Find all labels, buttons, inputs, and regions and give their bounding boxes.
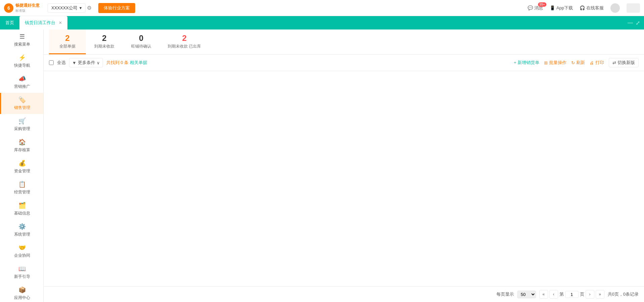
sidebar-item-app-center[interactable]: 📦 应用中心: [0, 283, 43, 302]
sidebar-item-marketing-label: 营销推广: [14, 84, 30, 89]
message-icon: 💬: [528, 5, 533, 10]
total-label: 共0页，0条记录: [608, 291, 639, 297]
sidebar-item-finance[interactable]: 💰 资金管理: [0, 156, 43, 177]
top-header: 6 畅捷通好生意 标准版 XXXXXX公司 ▾ ⚙ 体验行业方案 💬 消息 99…: [0, 0, 644, 16]
message-btn[interactable]: 💬 消息 99+: [528, 5, 543, 11]
sidebar-item-inventory[interactable]: 🏠 库存核算: [0, 135, 43, 156]
tab-bar: 首页 钱货日清工作台 ✕ — ⤢: [0, 16, 644, 29]
switch-icon: ⇄: [612, 60, 616, 65]
message-badge: 99+: [538, 2, 546, 7]
sidebar-item-guide[interactable]: 📖 新手引导: [0, 262, 43, 283]
new-sale-btn[interactable]: + 新增销货单: [514, 60, 539, 66]
logo-text: 畅捷通好生意 标准版: [15, 3, 40, 13]
switch-version-btn[interactable]: ⇄ 切换新版: [609, 58, 639, 67]
stat-wangpu-num: 0: [139, 34, 143, 43]
pagination-bar: 每页显示 50 100 200 « ‹ 第 页 › » 共0页，0条记录: [44, 286, 644, 302]
first-page-btn[interactable]: «: [539, 290, 548, 299]
more-filters-btn[interactable]: ▼ 更多条件 ∨: [69, 58, 103, 67]
sidebar-item-system-label: 系统管理: [14, 232, 30, 237]
batch-icon: ⊞: [544, 60, 548, 65]
select-all-label: 全选: [57, 60, 66, 66]
app-download-label: App下载: [556, 5, 573, 11]
tab-maximize-btn[interactable]: ⤢: [636, 20, 640, 26]
quick-nav-icon: ⚡: [18, 54, 26, 61]
online-service-label: 在线客服: [586, 5, 604, 11]
page-nav: « ‹ 第 页 › »: [539, 290, 604, 299]
sidebar-item-operations-label: 经营管理: [14, 189, 30, 195]
logo-icon: 6: [4, 3, 13, 13]
tab-home[interactable]: 首页: [0, 16, 19, 29]
stat-all-label: 全部单据: [59, 44, 75, 49]
sidebar-item-guide-label: 新手引导: [14, 274, 30, 280]
service-icon: 🎧: [580, 5, 585, 10]
last-page-btn[interactable]: »: [596, 290, 604, 299]
toolbar: 全选 ▼ 更多条件 ∨ 共找到 0 条 相关单据 + 新增销货单 ⊞ 批量操作: [44, 55, 644, 71]
sidebar-item-system[interactable]: ⚙️ 系统管理: [0, 220, 43, 241]
found-count: 共找到 0 条 相关单据: [106, 60, 147, 66]
sidebar-item-base-info[interactable]: 🗂️ 基础信息: [0, 198, 43, 220]
sidebar-item-marketing[interactable]: 📣 营销推广: [0, 72, 43, 93]
sidebar-item-quick-nav[interactable]: ⚡ 快捷导航: [0, 51, 43, 72]
stat-tab-all[interactable]: 2 全部单据: [49, 29, 86, 54]
page-label: 第: [559, 291, 564, 297]
stat-wangpu-label: 旺铺待确认: [131, 44, 151, 49]
guide-icon: 📖: [18, 265, 26, 273]
sidebar-item-quick-nav-label: 快捷导航: [14, 63, 30, 68]
next-page-btn[interactable]: ›: [586, 290, 594, 299]
stat-tab-wangpu[interactable]: 0 旺铺待确认: [123, 29, 160, 54]
company-selector[interactable]: XXXXXX公司 ▾: [48, 3, 86, 13]
purchase-icon: 🛒: [18, 117, 26, 125]
sidebar-item-app-center-label: 应用中心: [14, 295, 30, 301]
sales-icon: 🏷️: [18, 96, 26, 104]
refresh-btn[interactable]: ↻ 刷新: [571, 60, 585, 66]
tab-bar-right: — ⤢: [628, 20, 644, 26]
sidebar-item-search[interactable]: ☰ 搜索菜单: [0, 29, 43, 51]
stat-tab-shipped[interactable]: 2 到期未收款 已出库: [160, 29, 209, 54]
avatar[interactable]: [610, 3, 620, 13]
experience-btn[interactable]: 体验行业方案: [98, 3, 135, 13]
stat-shipped-num: 2: [182, 34, 186, 43]
page-input[interactable]: [565, 291, 579, 298]
sidebar-item-finance-label: 资金管理: [14, 168, 30, 174]
sidebar-item-purchase[interactable]: 🛒 采购管理: [0, 114, 43, 135]
toolbar-right: + 新增销货单 ⊞ 批量操作 ↻ 刷新 🖨 打印 ⇄ 切换新版: [514, 58, 639, 67]
sidebar-item-sales-label: 销售管理: [14, 105, 30, 111]
more-filters-label: 更多条件: [78, 60, 95, 66]
batch-op-btn[interactable]: ⊞ 批量操作: [544, 60, 567, 66]
tab-work-platform-label: 钱货日清工作台: [25, 20, 55, 26]
sidebar-item-cooperation-label: 企业协同: [14, 253, 30, 258]
stats-tabs: 2 全部单据 2 到期未收款 0 旺铺待确认 2 到期未收款 已出库: [44, 29, 644, 55]
marketing-icon: 📣: [18, 75, 26, 82]
prev-page-btn[interactable]: ‹: [549, 290, 558, 299]
main-layout: ☰ 搜索菜单 ⚡ 快捷导航 📣 营销推广 🏷️ 销售管理 🛒 采购管理 🏠 库存…: [0, 29, 644, 302]
app-icon: 📱: [550, 5, 555, 10]
filter-icon: ▼: [72, 60, 76, 65]
select-all-checkbox[interactable]: [49, 60, 54, 65]
stat-tab-overdue[interactable]: 2 到期未收款: [86, 29, 123, 54]
tab-minimize-btn[interactable]: —: [628, 20, 633, 26]
print-icon: 🖨: [590, 60, 594, 65]
sidebar-item-search-label: 搜索菜单: [14, 42, 30, 47]
page-size-select[interactable]: 50 100 200: [517, 291, 536, 298]
tab-home-label: 首页: [5, 20, 14, 26]
search-menu-icon: ☰: [19, 33, 25, 40]
sidebar-item-base-info-label: 基础信息: [14, 210, 30, 216]
settings-button[interactable]: ⚙: [86, 5, 93, 11]
tab-close-icon[interactable]: ✕: [59, 20, 62, 25]
content-area: 2 全部单据 2 到期未收款 0 旺铺待确认 2 到期未收款 已出库 全选: [44, 29, 644, 302]
header-right: 💬 消息 99+ 📱 App下载 🎧 在线客服: [528, 3, 640, 13]
page-suffix: 页: [580, 291, 584, 297]
refresh-icon: ↻: [571, 60, 575, 65]
sidebar-item-operations[interactable]: 📋 经营管理: [0, 177, 43, 198]
stat-shipped-label: 到期未收款 已出库: [168, 44, 201, 49]
stat-overdue-num: 2: [102, 34, 106, 43]
sidebar-item-cooperation[interactable]: 🤝 企业协同: [0, 241, 43, 262]
operations-icon: 📋: [18, 181, 26, 188]
tab-work-platform[interactable]: 钱货日清工作台 ✕: [19, 16, 67, 29]
print-btn[interactable]: 🖨 打印: [590, 60, 604, 66]
logo-area: 6 畅捷通好生意 标准版: [4, 3, 48, 13]
sidebar-item-sales[interactable]: 🏷️ 销售管理: [0, 93, 43, 114]
online-service-btn[interactable]: 🎧 在线客服: [580, 5, 604, 11]
app-download-btn[interactable]: 📱 App下载: [550, 5, 573, 11]
found-num: 0: [121, 60, 123, 65]
